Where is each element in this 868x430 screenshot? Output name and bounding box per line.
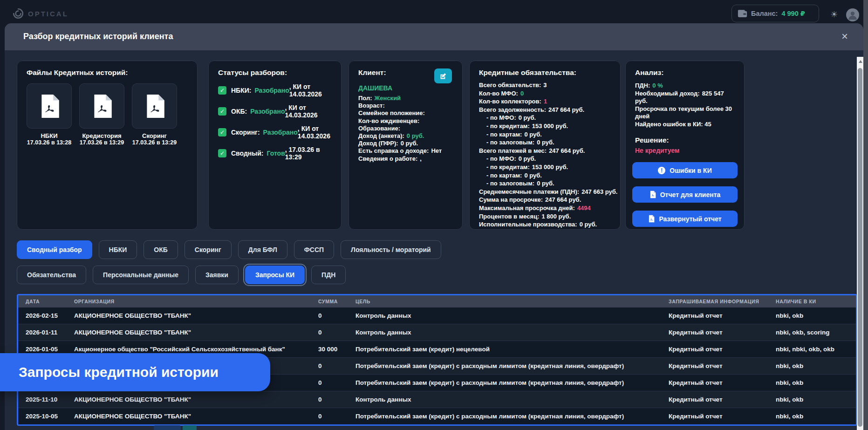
pdf-file-icon — [39, 94, 60, 119]
tab-fssp[interactable]: ФССП — [294, 240, 334, 259]
obligation-line: Кол-во МФО:0 — [479, 89, 611, 98]
detailed-report-button[interactable]: Развернутый отчет — [632, 211, 738, 227]
primary-tabs: Сводный разбор НБКИ ОКБ Скоринг Для БФЛ … — [17, 240, 441, 259]
user-icon — [846, 8, 859, 21]
decision-value: Не кредитуем — [632, 147, 738, 154]
client-field: Пол:Женский — [358, 95, 453, 102]
client-field: Есть справка о доходе:Нет — [358, 147, 453, 155]
file-scoring: Скоринг 17.03.26 в 13:29 — [132, 83, 177, 146]
tab-applications[interactable]: Заявки — [195, 266, 239, 284]
analysis-card: Анализ: ПДН:0 % Необходимый доход:825 54… — [625, 61, 745, 230]
statuses-card: Статусы разборов: ✓ НБКИ:Разобрано, КИ о… — [208, 61, 342, 230]
table-row[interactable]: 2025-11-10АКЦИОНЕРНОЕ ОБЩЕСТВО "ТБАНК"0К… — [18, 391, 856, 408]
tab-obligations[interactable]: Обязательства — [17, 266, 86, 284]
obligation-line: Всего обязательств:3 — [479, 81, 611, 89]
theme-toggle-sun-icon[interactable]: ☀ — [830, 9, 838, 20]
obligation-line: Сумма на просрочке:247 664 руб. — [479, 196, 611, 204]
client-name: ДАШИЕВА — [358, 84, 453, 92]
client-field: Сведения о работе:, — [358, 155, 453, 163]
client-field: Кол-во иждивенцев: — [358, 117, 453, 125]
file-name: Скоринг — [142, 132, 167, 139]
obligations-card-title: Кредитные обязательства: — [479, 68, 611, 77]
errors-warning: Найдено ошибок в КИ: 45 — [635, 121, 738, 129]
obligation-line: - по кредитам:153 000 руб. — [479, 163, 611, 171]
files-card-title: Файлы Кредитных историй: — [27, 68, 188, 77]
check-icon: ✓ — [218, 107, 226, 116]
pdf-file-tile[interactable] — [132, 83, 177, 129]
logo-text: OPTICAL — [28, 10, 68, 18]
obligation-line: Исполнительные производства:0 руб. — [479, 220, 611, 229]
pencil-square-icon — [439, 72, 447, 80]
avatar[interactable] — [846, 8, 859, 21]
obligation-line: Среднемесячные платежи (ПДН):247 663 руб… — [479, 188, 611, 196]
app-logo: OPTICAL — [12, 7, 68, 20]
pdf-icon — [648, 215, 655, 223]
window-edge — [863, 0, 868, 430]
tab-ki-requests[interactable]: Запросы КИ — [245, 266, 305, 284]
pdf-file-tile[interactable] — [27, 83, 72, 129]
status-item-okb: ✓ ОКБ:Разобрано, КИ от 14.03.2026 — [218, 104, 332, 119]
table-row[interactable]: 2025-10-05АКЦИОНЕРНОЕ ОБЩЕСТВО "ТБАНК"0П… — [18, 408, 856, 424]
decision-title: Решение: — [632, 136, 738, 144]
file-date: 17.03.26 в 13:29 — [80, 139, 124, 146]
obligation-line: - по МФО:0 руб. — [479, 155, 611, 163]
scrollbar-thumb[interactable] — [858, 68, 862, 427]
obligation-line: - по картам:0 руб. — [479, 171, 611, 180]
tab-summary[interactable]: Сводный разбор — [17, 240, 92, 259]
modal-title: Разбор кредитных историй клиента — [23, 32, 173, 41]
app-screen: OPTICAL Баланс: 4 990 ₽ ☀ Разбор кредитн… — [0, 0, 868, 430]
pdn-line: ПДН:0 % — [635, 82, 738, 90]
pdf-file-tile[interactable] — [79, 83, 124, 129]
close-icon[interactable]: × — [841, 31, 848, 42]
tab-pdn[interactable]: ПДН — [311, 266, 346, 284]
client-card: Клиент: ДАШИЕВА Пол:Женский Возраст: Сем… — [349, 61, 463, 230]
pdf-file-icon — [91, 94, 113, 119]
table-row[interactable]: 2026-01-11АКЦИОНЕРНОЕ ОБЩЕСТВО "ТБАНК"0К… — [18, 324, 856, 341]
client-field: Возраст: — [358, 102, 453, 109]
tab-okb[interactable]: ОКБ — [144, 240, 178, 259]
client-report-button[interactable]: Отчет для клиента — [632, 186, 738, 203]
tab-loyalty-moratorium[interactable]: Лояльность / мораторий — [341, 240, 441, 259]
status-item-nbki: ✓ НБКИ:Разобрано, КИ от 14.03.2026 — [218, 83, 332, 98]
status-item-scoring: ✓ Скоринг:Разобрано, КИ от 14.03.2026 — [218, 125, 332, 140]
obligation-line: - по картам:0 руб. — [479, 130, 611, 139]
file-name: НБКИ — [41, 132, 57, 139]
pdf-icon — [649, 191, 656, 198]
obligations-card: Кредитные обязательства: Всего обязатель… — [469, 61, 621, 230]
overdue-warning: Просрочка по текущим более 30 дней — [635, 105, 738, 121]
edit-client-button[interactable] — [434, 68, 452, 83]
cut-off-element — [154, 425, 181, 430]
obligation-line: - по залоговым:0 руб. — [479, 138, 611, 147]
cut-off-element — [183, 425, 197, 430]
files-card: Файлы Кредитных историй: НБКИ 17.03.26 в… — [17, 61, 198, 230]
obligation-line: Кол-во коллекторов:1 — [479, 97, 611, 106]
client-field: Семейное положение: — [358, 109, 453, 117]
obligation-line: - по залоговым:0 руб. — [479, 179, 611, 188]
scroll-up-arrow-icon[interactable] — [859, 60, 862, 63]
section-banner: Запросы кредитной истории — [0, 353, 270, 391]
tab-personal-data[interactable]: Персональные данные — [93, 266, 189, 284]
balance-label: Баланс: — [751, 10, 778, 17]
client-field: Доход (ПФР):0 руб. — [358, 140, 453, 147]
obligation-line: - по кредитам:153 000 руб. — [479, 122, 611, 130]
balance-pill[interactable]: Баланс: 4 990 ₽ — [731, 5, 819, 22]
table-row[interactable]: 2026-02-15АКЦИОНЕРНОЕ ОБЩЕСТВО "ТБАНК"0К… — [18, 307, 856, 324]
section-banner-label: Запросы кредитной истории — [19, 364, 219, 380]
obligation-line: Максимальная просрочка дней:4494 — [479, 204, 611, 212]
obligation-line: Всего задолженность:247 664 руб. — [479, 106, 611, 114]
file-date: 17.03.26 в 13:28 — [27, 139, 71, 146]
errors-in-ki-button[interactable]: ! Ошибки в КИ — [632, 162, 738, 178]
obligation-line: - по МФО:0 руб. — [479, 114, 611, 122]
tab-bfl[interactable]: Для БФЛ — [238, 240, 287, 259]
obligation-line: Процентов в месяц:1 800 руб. — [479, 212, 611, 221]
tab-nbki[interactable]: НБКИ — [99, 240, 137, 259]
secondary-tabs: Обязательства Персональные данные Заявки… — [17, 266, 346, 284]
file-kredistoriya: Кредистория 17.03.26 в 13:29 — [79, 83, 124, 146]
tab-scoring[interactable]: Скоринг — [185, 240, 232, 259]
check-icon: ✓ — [218, 128, 226, 137]
obligation-line: Всего платежей в мес:247 664 руб. — [479, 147, 611, 155]
income-line: Необходимый доход:825 547 руб. — [635, 90, 738, 105]
wallet-icon — [738, 9, 747, 18]
pdf-file-icon — [144, 94, 165, 119]
table-header-row: ДАТАОРГАНИЗАЦИЯСУММАЦЕЛЬЗАПРАШИВАЕМАЯ ИН… — [18, 295, 856, 307]
